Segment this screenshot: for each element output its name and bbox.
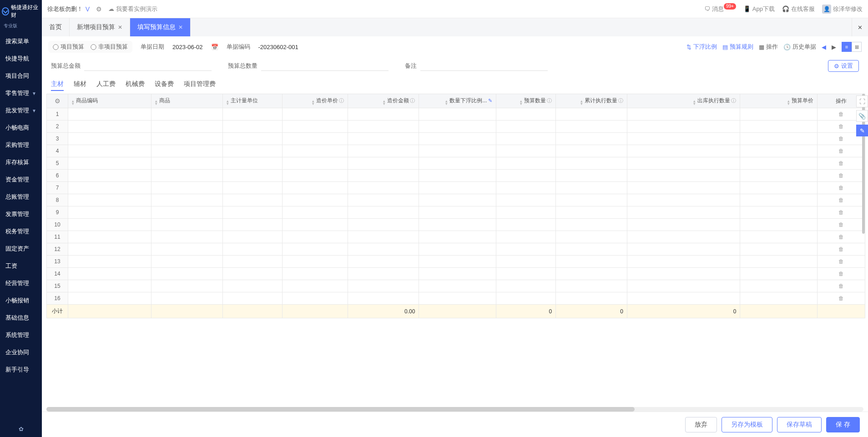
cell-out-qty[interactable] <box>627 256 740 268</box>
cell-product-code[interactable] <box>68 292 151 305</box>
table-row[interactable]: 2🗑 <box>47 121 865 133</box>
cell-discount-ratio[interactable] <box>419 121 496 133</box>
col-out-qty[interactable]: ▴▾出库执行数量ⓘ <box>627 94 740 108</box>
cell-unit[interactable] <box>222 231 282 243</box>
cell-cost-amount[interactable] <box>348 256 419 268</box>
cell-cost-amount[interactable] <box>348 243 419 256</box>
tab-new-budget[interactable]: 新增项目预算 ✕ <box>70 18 130 36</box>
cell-discount-ratio[interactable] <box>419 256 496 268</box>
table-row[interactable]: 12🗑 <box>47 243 865 256</box>
cell-delete[interactable]: 🗑 <box>818 219 865 231</box>
cell-delete[interactable]: 🗑 <box>818 280 865 292</box>
sidebar-item-biz[interactable]: 经营管理 <box>0 275 42 292</box>
cell-exec-qty[interactable] <box>556 243 627 256</box>
cell-delete[interactable]: 🗑 <box>818 243 865 256</box>
cell-budget-qty[interactable] <box>496 145 556 157</box>
sidebar-item-project[interactable]: 项目合同 <box>0 67 42 85</box>
cell-cost-amount[interactable] <box>348 194 419 206</box>
col-product-name[interactable]: ▴▾商品 <box>151 94 223 108</box>
sidebar-item-reimburse[interactable]: 小畅报销 <box>0 292 42 309</box>
cell-product-name[interactable] <box>151 268 223 280</box>
cell-cost-price[interactable] <box>282 108 348 121</box>
cell-cost-price[interactable] <box>282 268 348 280</box>
cell-cost-amount[interactable] <box>348 145 419 157</box>
cell-out-qty[interactable] <box>627 280 740 292</box>
sidebar-item-salary[interactable]: 工资 <box>0 257 42 275</box>
cell-cost-price[interactable] <box>282 243 348 256</box>
cell-delete[interactable]: 🗑 <box>818 268 865 280</box>
cell-product-name[interactable] <box>151 280 223 292</box>
cell-unit[interactable] <box>222 133 282 145</box>
table-row[interactable]: 4🗑 <box>47 145 865 157</box>
app-download-link[interactable]: 📱 App下载 <box>743 5 775 13</box>
cell-out-qty[interactable] <box>627 157 740 170</box>
sidebar-item-base[interactable]: 基础信息 <box>0 309 42 326</box>
cell-exec-qty[interactable] <box>556 145 627 157</box>
cell-cost-amount[interactable] <box>348 182 419 194</box>
save-draft-button[interactable]: 保存草稿 <box>777 417 822 432</box>
user-menu[interactable]: 👤 徐泽华修改 <box>822 5 863 14</box>
cell-cost-price[interactable] <box>282 182 348 194</box>
cell-unit[interactable] <box>222 206 282 219</box>
cell-exec-qty[interactable] <box>556 182 627 194</box>
float-attach[interactable]: 📎 <box>856 110 868 122</box>
sidebar-item-purchase[interactable]: 采购管理 <box>0 136 42 154</box>
cell-discount-ratio[interactable] <box>419 219 496 231</box>
cell-exec-qty[interactable] <box>556 256 627 268</box>
cell-budget-price[interactable] <box>740 206 818 219</box>
sidebar-settings[interactable]: ✿ <box>0 421 42 437</box>
cell-unit[interactable] <box>222 280 282 292</box>
next-doc[interactable]: ▶ <box>832 44 836 50</box>
cell-budget-price[interactable] <box>740 219 818 231</box>
cell-budget-price[interactable] <box>740 133 818 145</box>
cell-out-qty[interactable] <box>627 145 740 157</box>
cell-out-qty[interactable] <box>627 194 740 206</box>
demo-link[interactable]: ☁ 我要看实例演示 <box>108 5 157 13</box>
history-action[interactable]: 🕓历史单据 <box>783 43 816 51</box>
close-icon[interactable]: ✕ <box>118 24 122 30</box>
cell-product-name[interactable] <box>151 170 223 182</box>
cell-exec-qty[interactable] <box>556 133 627 145</box>
org-settings-icon[interactable]: ⚙ <box>96 5 102 13</box>
cell-budget-qty[interactable] <box>496 268 556 280</box>
cell-out-qty[interactable] <box>627 206 740 219</box>
cell-out-qty[interactable] <box>627 231 740 243</box>
cell-out-qty[interactable] <box>627 170 740 182</box>
cell-budget-qty[interactable] <box>496 206 556 219</box>
doc-date-value[interactable]: 2023-06-02 <box>172 44 203 50</box>
cell-exec-qty[interactable] <box>556 219 627 231</box>
cell-discount-ratio[interactable] <box>419 194 496 206</box>
cell-exec-qty[interactable] <box>556 206 627 219</box>
settings-button[interactable]: ⚙ 设置 <box>828 60 859 72</box>
cell-cost-amount[interactable] <box>348 206 419 219</box>
cell-cost-price[interactable] <box>282 157 348 170</box>
save-template-button[interactable]: 另存为模板 <box>722 417 772 432</box>
table-row[interactable]: 16🗑 <box>47 292 865 305</box>
subtab-mgmt-fee[interactable]: 项目管理费 <box>184 78 216 91</box>
cell-budget-qty[interactable] <box>496 108 556 121</box>
cell-exec-qty[interactable] <box>556 231 627 243</box>
cell-budget-qty[interactable] <box>496 243 556 256</box>
col-settings[interactable]: ⚙ <box>47 94 68 108</box>
support-link[interactable]: 🎧 在线客服 <box>782 5 815 13</box>
cell-product-name[interactable] <box>151 133 223 145</box>
col-discount-ratio[interactable]: ▴▾数量下浮比例...✎ <box>419 94 496 108</box>
cell-discount-ratio[interactable] <box>419 182 496 194</box>
col-cost-amount[interactable]: ▴▾造价金额ⓘ <box>348 94 419 108</box>
cell-discount-ratio[interactable] <box>419 145 496 157</box>
table-row[interactable]: 5🗑 <box>47 157 865 170</box>
cell-budget-price[interactable] <box>740 121 818 133</box>
table-row[interactable]: 14🗑 <box>47 268 865 280</box>
sidebar-item-ecom[interactable]: 小畅电商 <box>0 119 42 136</box>
subtab-machinery[interactable]: 机械费 <box>126 78 145 91</box>
radio-project-budget[interactable]: 项目预算 <box>53 43 84 51</box>
close-all-tabs[interactable]: ✕ <box>852 18 868 36</box>
cell-budget-qty[interactable] <box>496 182 556 194</box>
cell-budget-qty[interactable] <box>496 280 556 292</box>
cell-exec-qty[interactable] <box>556 170 627 182</box>
cell-budget-price[interactable] <box>740 194 818 206</box>
cell-delete[interactable]: 🗑 <box>818 206 865 219</box>
tab-home[interactable]: 首页 <box>42 18 70 36</box>
col-cost-price[interactable]: ▴▾造价单价ⓘ <box>282 94 348 108</box>
horizontal-scrollbar[interactable] <box>46 407 863 412</box>
